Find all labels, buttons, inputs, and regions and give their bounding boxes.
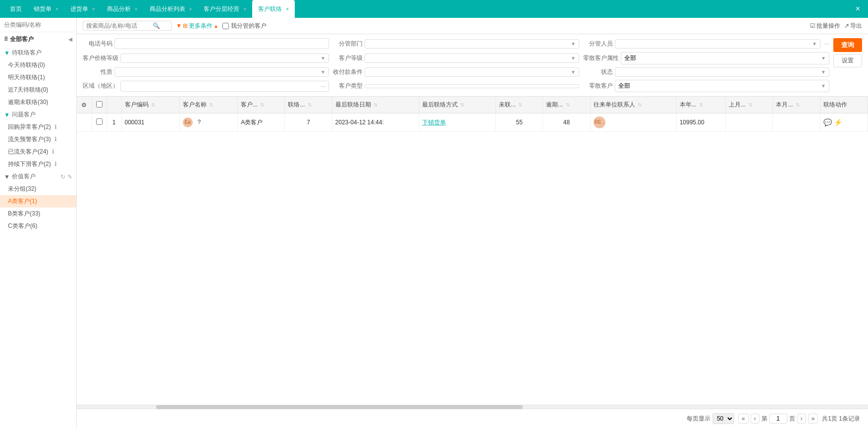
col-last-method[interactable]: 最后联络方式 ⇅ [419,97,495,113]
main-search-input[interactable] [86,22,151,29]
filter-row-3: 性质 ▼ 收付款条件 ▼ [83,67,829,77]
per-page-select[interactable]: 50 [712,413,734,424]
sidebar: 🔍 ⠿ 全部客户 ◀ ▼ 待联络客户 今天待联络(0) 明天待联络(1) 近7天… [0,18,77,428]
nav-customer-tier[interactable]: 客户分层经营 × [198,0,252,18]
payment-select[interactable]: ▼ [365,67,579,77]
sidebar-item-churned[interactable]: 已流失客户(24) ℹ [0,146,76,158]
sidebar-item-overdue[interactable]: 逾期未联络(30) [0,96,76,108]
refresh-icon[interactable]: ↻ [60,173,65,180]
nav-product-list[interactable]: 商品分析列表 × [144,0,198,18]
row-checkbox[interactable] [96,118,103,125]
sort-icon: ⇅ [209,102,213,107]
close-all-button[interactable]: × [852,4,864,13]
last-page-button[interactable]: » [808,414,818,424]
customer-level-select[interactable]: ▼ [365,54,579,63]
sidebar-item-declining[interactable]: 持续下滑客户(2) ℹ [0,158,76,170]
price-level-select[interactable]: ▼ [120,54,329,63]
area-select[interactable]: ··· [120,81,329,92]
sort-icon: ⇅ [460,102,464,107]
sidebar-pending-contact-group[interactable]: ▼ 待联络客户 [0,47,76,59]
col-this-month[interactable]: 本月... ⇅ [773,97,820,113]
dept-select[interactable]: ▼ [365,39,579,49]
total-records: 共1页 1条记录 [822,415,860,423]
sidebar-item-churn-warning[interactable]: 流失预警客户(3) ℹ [0,133,76,146]
nav-home[interactable]: 首页 [4,0,28,18]
cell-check[interactable] [92,113,107,132]
next-page-button[interactable]: › [797,414,806,424]
col-last-date[interactable]: 最后联络日期 ⇅ [332,97,419,113]
grid-icon: ⠿ [4,36,8,43]
sidebar-value-customers-group[interactable]: ▼ 价值客户 ↻ ✎ [0,170,76,183]
more-conditions-button[interactable]: ▼ ⊞ 更多条件 ▲ [176,22,218,30]
sidebar-item-repurchase-abnormal[interactable]: 回购异常客户(2) ℹ [0,121,76,133]
content-area: 🔍 ▼ ⊞ 更多条件 ▲ 我分管的客户 ☑ 批量操作 ↗ 导出 [77,18,868,428]
close-icon[interactable]: × [135,6,138,12]
my-customers-checkbox[interactable]: 我分管的客户 [222,22,267,30]
last-contact-link[interactable]: 下销货单 [422,119,446,126]
col-last-month[interactable]: 上月... ⇅ [726,97,773,113]
sidebar-all-customers[interactable]: ⠿ 全部客户 ◀ [0,32,76,47]
sidebar-item-a-class[interactable]: A类客户(1) [0,195,76,208]
col-not-contacted[interactable]: 未联... ⇅ [496,97,543,113]
col-this-year[interactable]: 本年... ⇅ [676,97,726,113]
nav-product-analysis[interactable]: 商品分析 × [101,0,144,18]
settings-button[interactable]: 设置 [833,54,862,67]
col-code[interactable]: 客户编码 ⇅ [121,97,179,113]
chevron-down-icon: ▼ [821,55,826,61]
sidebar-item-unclassified[interactable]: 未分组(32) [0,183,76,195]
qr-icon[interactable]: ⚡ [834,118,842,126]
retail-attr-select[interactable]: 全部 ▼ [621,52,829,64]
col-company-contacts[interactable]: 往来单位联系人 ⇅ [590,97,676,113]
cell-last-method[interactable]: 下销货单 [419,113,495,132]
status-select[interactable]: ▼ [615,67,829,77]
main-search-box[interactable]: 🔍 [83,21,172,31]
sidebar-item-tomorrow[interactable]: 明天待联络(1) [0,71,76,84]
sidebar-problem-customers-group[interactable]: ▼ 问题客户 [0,108,76,121]
col-settings[interactable]: ⚙ [77,97,92,113]
contact-avatar: RE . [594,116,605,128]
col-name[interactable]: 客户名称 ⇅ [179,97,237,113]
nature-field: 性质 ▼ [83,67,329,77]
batch-ops-button[interactable]: ☑ 批量操作 [810,22,840,30]
close-icon[interactable]: × [189,6,192,12]
close-icon[interactable]: × [92,6,95,12]
payment-field: 收付款条件 ▼ [333,67,579,77]
table-header-row: ⚙ 客户编码 ⇅ 客户名称 ⇅ 客户... ⇅ [77,97,868,113]
query-button[interactable]: 查询 [833,38,862,52]
chat-icon[interactable]: 💬 [823,118,832,126]
col-overdue[interactable]: 逾期... ⇅ [543,97,590,113]
close-icon[interactable]: × [55,6,58,12]
close-icon[interactable]: × [243,6,246,12]
col-category[interactable]: 客户... ⇅ [238,97,285,113]
scrollbar-thumb[interactable] [156,405,523,409]
select-all-checkbox[interactable] [96,101,103,107]
edit-icon[interactable]: ✎ [67,173,72,180]
sidebar-search-input[interactable] [4,21,77,28]
page-number-input[interactable] [769,414,787,424]
retail-customer-select[interactable]: 全部 ▼ [615,80,829,92]
more-icon[interactable]: ··· [321,83,326,90]
sidebar-item-7days[interactable]: 近7天待联络(0) [0,84,76,96]
sidebar-item-b-class[interactable]: B类客户(33) [0,208,76,220]
sidebar-item-today[interactable]: 今天待联络(0) [0,59,76,71]
nav-sales[interactable]: 销货单 × [28,0,64,18]
col-check[interactable] [92,97,107,113]
search-icon[interactable]: 🔍 [153,22,160,29]
more-icon[interactable]: ··· [824,40,829,47]
my-customers-check[interactable] [222,23,229,29]
collapse-icon[interactable]: ◀ [68,37,72,42]
export-button[interactable]: ↗ 导出 [844,22,862,30]
nav-purchase[interactable]: 进货单 × [64,0,101,18]
col-contacts[interactable]: 联络... ⇅ [285,97,332,113]
phone-input[interactable] [114,38,329,49]
sidebar-item-c-class[interactable]: C类客户(6) [0,220,76,232]
first-page-button[interactable]: « [738,414,749,424]
info-icon: ℹ [54,123,57,130]
staff-select[interactable]: ▼ [615,39,820,49]
customer-type-select[interactable] [365,84,579,88]
nav-customer-contact[interactable]: 客户联络 × [252,0,295,18]
close-icon[interactable]: × [286,6,289,12]
nature-select[interactable]: ▼ [114,67,329,77]
horizontal-scrollbar[interactable] [77,405,868,409]
prev-page-button[interactable]: ‹ [751,414,760,424]
